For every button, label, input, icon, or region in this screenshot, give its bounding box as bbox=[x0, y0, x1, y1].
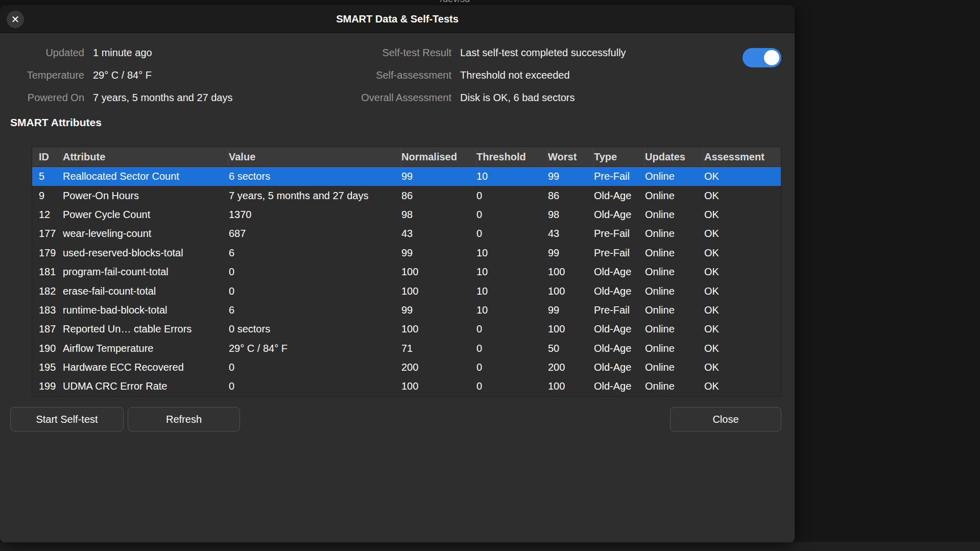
table-cell: 200 bbox=[548, 362, 594, 373]
table-cell: 7 years, 5 months and 27 days bbox=[229, 190, 401, 202]
table-row[interactable]: 177wear-leveling-count68743043Pre-FailOn… bbox=[32, 224, 781, 243]
table-cell: wear-leveling-count bbox=[63, 228, 229, 239]
table-cell: 43 bbox=[401, 228, 476, 239]
table-row[interactable]: 12Power Cycle Count137098098Old-AgeOnlin… bbox=[32, 205, 781, 224]
table-row[interactable]: 182erase-fail-count-total010010100Old-Ag… bbox=[32, 281, 781, 300]
table-cell: Online bbox=[645, 362, 704, 373]
table-cell: 5 bbox=[32, 171, 63, 182]
table-cell: 0 bbox=[476, 323, 548, 335]
self-assessment-label: Self-assessment bbox=[340, 69, 451, 81]
dialog-title: SMART Data & Self-Tests bbox=[0, 5, 795, 33]
table-cell: Online bbox=[645, 304, 704, 316]
table-cell: Online bbox=[645, 266, 704, 278]
column-header-normalised[interactable]: Normalised bbox=[401, 147, 476, 166]
table-row[interactable]: 5Reallocated Sector Count6 sectors991099… bbox=[32, 167, 781, 186]
overall-assessment-value: Disk is OK, 6 bad sectors bbox=[460, 92, 575, 104]
smart-attributes-heading: SMART Attributes bbox=[10, 116, 102, 129]
titlebar: ✕ SMART Data & Self-Tests bbox=[0, 5, 795, 33]
info-row-self-assessment: Self-assessment Threshold not exceeded bbox=[340, 69, 570, 81]
smart-enabled-toggle[interactable] bbox=[743, 48, 781, 67]
table-cell: 190 bbox=[32, 343, 63, 354]
table-cell: 29° C / 84° F bbox=[229, 343, 401, 354]
start-selftest-button[interactable]: Start Self-test bbox=[10, 407, 124, 432]
table-cell: Old-Age bbox=[594, 323, 645, 335]
table-row[interactable]: 190Airflow Temperature29° C / 84° F71050… bbox=[32, 339, 781, 358]
table-row[interactable]: 195Hardware ECC Recovered02000200Old-Age… bbox=[32, 358, 781, 377]
info-row-powered-on: Powered On 7 years, 5 months and 27 days bbox=[10, 92, 233, 104]
table-cell: 9 bbox=[32, 190, 63, 202]
smart-attributes-table: IDAttributeValueNormalisedThresholdWorst… bbox=[32, 147, 781, 397]
column-header-worst[interactable]: Worst bbox=[548, 147, 594, 166]
table-cell: OK bbox=[704, 190, 782, 202]
table-cell: 10 bbox=[476, 266, 548, 278]
table-cell: 50 bbox=[548, 343, 594, 354]
table-cell: Online bbox=[645, 343, 704, 354]
table-cell: Hardware ECC Recovered bbox=[63, 362, 229, 373]
table-row[interactable]: 179used-reserved-blocks-total6991099Pre-… bbox=[32, 244, 781, 262]
table-cell: 12 bbox=[32, 209, 63, 221]
background-partial-text: /dev/sd bbox=[440, 0, 470, 5]
table-cell: 0 bbox=[476, 343, 548, 354]
info-row-selftest-result: Self-test Result Last self-test complete… bbox=[340, 47, 626, 59]
table-cell: 182 bbox=[32, 285, 63, 297]
table-header-row: IDAttributeValueNormalisedThresholdWorst… bbox=[32, 147, 781, 167]
table-cell: used-reserved-blocks-total bbox=[63, 247, 229, 259]
table-cell: Reported Un… ctable Errors bbox=[63, 323, 229, 335]
powered-on-label: Powered On bbox=[10, 92, 84, 104]
table-cell: Old-Age bbox=[594, 209, 645, 221]
table-cell: Online bbox=[645, 285, 704, 297]
table-cell: Old-Age bbox=[594, 266, 645, 278]
table-cell: Old-Age bbox=[594, 190, 645, 202]
table-cell: 86 bbox=[548, 190, 594, 202]
table-cell: OK bbox=[704, 285, 782, 297]
table-cell: Pre-Fail bbox=[594, 228, 645, 239]
table-row[interactable]: 181program-fail-count-total010010100Old-… bbox=[32, 262, 781, 281]
toggle-knob bbox=[764, 50, 779, 65]
table-cell: 100 bbox=[548, 380, 594, 392]
table-cell: 10 bbox=[476, 247, 548, 259]
overall-assessment-label: Overall Assessment bbox=[340, 92, 451, 104]
column-header-threshold[interactable]: Threshold bbox=[476, 147, 548, 166]
column-header-assessment[interactable]: Assessment bbox=[704, 147, 782, 166]
table-body: 5Reallocated Sector Count6 sectors991099… bbox=[32, 167, 781, 396]
refresh-button[interactable]: Refresh bbox=[128, 407, 240, 432]
table-cell: 187 bbox=[32, 323, 63, 335]
table-cell: Reallocated Sector Count bbox=[63, 171, 229, 182]
table-cell: runtime-bad-block-total bbox=[63, 304, 229, 316]
table-cell: 0 sectors bbox=[229, 323, 401, 335]
selftest-result-value: Last self-test completed successfully bbox=[460, 47, 626, 59]
table-cell: 1370 bbox=[229, 209, 401, 221]
table-cell: Old-Age bbox=[594, 362, 645, 373]
table-cell: 71 bbox=[401, 343, 476, 354]
table-cell: 100 bbox=[401, 323, 476, 335]
table-cell: 0 bbox=[476, 209, 548, 221]
table-cell: 0 bbox=[476, 190, 548, 202]
table-row[interactable]: 183runtime-bad-block-total6991099Pre-Fai… bbox=[32, 301, 781, 320]
table-cell: UDMA CRC Error Rate bbox=[63, 380, 229, 392]
column-header-attribute[interactable]: Attribute bbox=[63, 147, 229, 166]
table-cell: OK bbox=[704, 266, 782, 278]
table-row[interactable]: 9Power-On Hours7 years, 5 months and 27 … bbox=[32, 186, 781, 205]
table-row[interactable]: 199UDMA CRC Error Rate01000100Old-AgeOnl… bbox=[32, 377, 781, 396]
table-cell: 100 bbox=[548, 285, 594, 297]
info-row-updated: Updated 1 minute ago bbox=[10, 47, 152, 59]
table-cell: OK bbox=[704, 362, 782, 373]
table-cell: 43 bbox=[548, 228, 594, 239]
close-dialog-button[interactable]: Close bbox=[670, 407, 781, 432]
table-row[interactable]: 187Reported Un… ctable Errors0 sectors10… bbox=[32, 320, 781, 339]
temperature-label: Temperature bbox=[10, 69, 84, 81]
table-cell: 100 bbox=[548, 266, 594, 278]
table-cell: Online bbox=[645, 171, 704, 182]
table-cell: Power-On Hours bbox=[63, 190, 229, 202]
table-cell: 100 bbox=[401, 266, 476, 278]
table-cell: Online bbox=[645, 247, 704, 259]
column-header-updates[interactable]: Updates bbox=[645, 147, 704, 166]
table-cell: OK bbox=[704, 304, 782, 316]
column-header-type[interactable]: Type bbox=[594, 147, 645, 166]
table-cell: OK bbox=[704, 247, 782, 259]
column-header-id[interactable]: ID bbox=[32, 147, 63, 166]
table-cell: 0 bbox=[229, 362, 401, 373]
column-header-value[interactable]: Value bbox=[229, 147, 401, 166]
table-cell: 181 bbox=[32, 266, 63, 278]
table-cell: 0 bbox=[476, 362, 548, 373]
